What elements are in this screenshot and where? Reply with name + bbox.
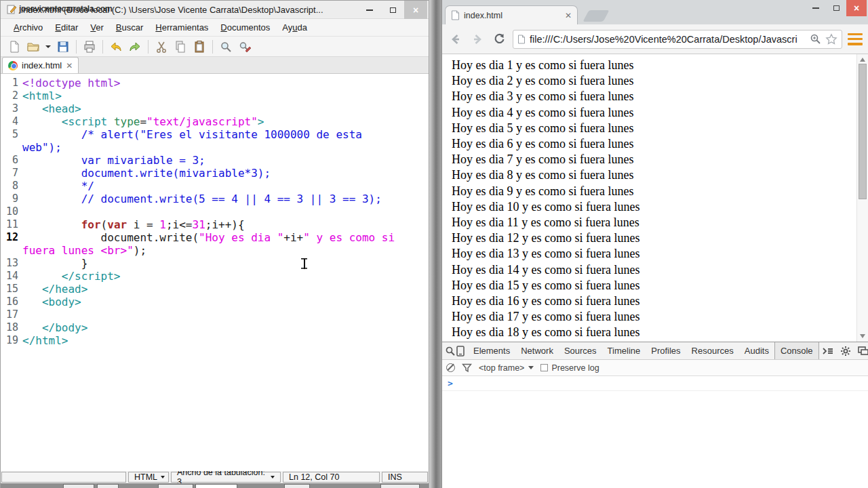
- forward-arrow-icon: [471, 33, 484, 46]
- scroll-up-arrow[interactable]: [860, 58, 865, 62]
- line-number: 14: [1, 270, 22, 283]
- menu-ver[interactable]: Ver: [84, 20, 110, 35]
- forward-button[interactable]: [469, 31, 486, 47]
- devtools-panel: ElementsNetworkSourcesTimelineProfilesRe…: [442, 342, 868, 488]
- new-tab-button[interactable]: [583, 10, 609, 22]
- browser-minimize-button[interactable]: [806, 0, 826, 16]
- editor-maximize-button[interactable]: [381, 1, 404, 19]
- browser-maximize-button[interactable]: [826, 0, 846, 16]
- line-number: 4: [1, 115, 22, 128]
- output-line: Hoy es dia 13 y es como si fuera lunes: [452, 246, 852, 262]
- status-message-panel: [1, 472, 126, 483]
- browser-tab-strip: index.html ✕ ×: [442, 0, 868, 24]
- line-number: 2: [1, 89, 22, 102]
- editor-titlebar[interactable]: index.html (Disco local (C:) \Users\Jose…: [1, 1, 429, 19]
- print-icon: [83, 40, 96, 54]
- url-text[interactable]: file:///C:/Users/Jose%20Vicente%20Carrat…: [530, 34, 806, 45]
- menu-documentos[interactable]: Documentos: [214, 20, 276, 35]
- filter-funnel-icon[interactable]: [462, 363, 472, 373]
- output-line: Hoy es dia 3 y es como si fuera lunes: [452, 89, 852, 104]
- search-icon: [219, 40, 233, 54]
- devtools-settings-button[interactable]: [837, 342, 854, 359]
- tab-close-icon[interactable]: ✕: [66, 62, 73, 70]
- back-button[interactable]: [448, 31, 464, 47]
- chrome-menu-button[interactable]: [848, 33, 863, 45]
- page-output: Hoy es dia 1 y es como si fuera lunesHoy…: [442, 54, 868, 341]
- scroll-thumb[interactable]: [859, 64, 867, 199]
- devtools-tab-audits[interactable]: Audits: [739, 342, 774, 359]
- console-drawer-button[interactable]: [819, 342, 837, 359]
- bookmark-star-icon[interactable]: [825, 33, 837, 45]
- open-file-dropdown[interactable]: [43, 38, 54, 56]
- scrollbar[interactable]: [856, 54, 868, 342]
- line-number: 16: [1, 296, 22, 308]
- devtools-tab-resources[interactable]: Resources: [686, 342, 739, 359]
- devtools-tab-profiles[interactable]: Profiles: [646, 342, 686, 359]
- dock-side-button[interactable]: [854, 342, 868, 359]
- preserve-log-checkbox[interactable]: [540, 364, 548, 371]
- output-line: Hoy es dia 7 y es como si fuera lunes: [452, 152, 852, 167]
- menu-editar[interactable]: Editar: [49, 20, 84, 35]
- menu-bar-icon: [848, 33, 863, 36]
- address-bar[interactable]: file:///C:/Users/Jose%20Vicente%20Carrat…: [513, 30, 842, 49]
- console-prompt-row[interactable]: >: [442, 376, 868, 391]
- editor-tab-index-html[interactable]: index.html ✕: [2, 57, 79, 73]
- code-line-17: 17: [1, 308, 429, 321]
- cut-scissors-icon: [155, 40, 168, 54]
- menu-ayuda[interactable]: Ayuda: [276, 20, 313, 35]
- editor-minimize-button[interactable]: [358, 1, 381, 19]
- menu-herramientas[interactable]: Herramientas: [149, 20, 214, 35]
- minimize-icon: [366, 9, 373, 11]
- devtools-tab-network[interactable]: Network: [515, 342, 559, 359]
- tab-close-icon[interactable]: ✕: [565, 12, 572, 20]
- line-number: 5: [1, 128, 22, 154]
- video-watermark: josevicentecarratala.com: [19, 4, 112, 14]
- devtools-tab-elements[interactable]: Elements: [468, 342, 515, 359]
- print-button[interactable]: [80, 38, 99, 56]
- editor-toolbar: [1, 37, 429, 57]
- scroll-down-arrow[interactable]: [860, 334, 865, 338]
- frame-selector[interactable]: <top frame>: [479, 363, 534, 373]
- code-line-1: 1<!doctype html>: [1, 77, 429, 89]
- menu-buscar[interactable]: Buscar: [110, 20, 149, 35]
- tab-width-selector[interactable]: Ancho de la tabulación: 3: [171, 472, 281, 483]
- code-line-6: 6 var mivariable = 3;: [1, 154, 429, 167]
- devtools-tab-sources[interactable]: Sources: [559, 342, 602, 359]
- cursor-position-indicator: Ln 12, Col 70: [283, 472, 380, 483]
- redo-button[interactable]: [125, 38, 144, 56]
- save-file-button[interactable]: [54, 38, 73, 56]
- devtools-tab-console[interactable]: Console: [774, 342, 819, 359]
- preserve-log-toggle[interactable]: Preserve log: [540, 363, 599, 373]
- copy-button[interactable]: [171, 38, 190, 56]
- dock-window-icon: [857, 346, 868, 356]
- undo-button[interactable]: [106, 38, 125, 56]
- new-file-button[interactable]: [5, 38, 24, 56]
- output-line: Hoy es dia 4 y es como si fuera lunes: [452, 105, 852, 121]
- console-output-area[interactable]: >: [442, 376, 868, 487]
- page-icon: [451, 10, 460, 20]
- output-line: Hoy es dia 2 y es como si fuera lunes: [452, 73, 852, 89]
- device-mode-button[interactable]: [456, 342, 465, 359]
- reload-button[interactable]: [491, 31, 507, 47]
- browser-viewport: Hoy es dia 1 y es como si fuera lunesHoy…: [442, 54, 868, 342]
- code-line-8: 8 */: [1, 180, 429, 192]
- find-replace-button[interactable]: [235, 38, 254, 56]
- menu-archivo[interactable]: Archivo: [7, 20, 49, 35]
- copy-icon: [174, 40, 187, 54]
- code-editor-area[interactable]: 1<!doctype html>2<html>3 <head>4 <script…: [1, 74, 429, 471]
- devtools-tab-timeline[interactable]: Timeline: [602, 342, 646, 359]
- language-selector[interactable]: HTML: [128, 472, 169, 483]
- zoom-icon[interactable]: [810, 33, 821, 45]
- code-line-2: 2<html>: [1, 89, 429, 102]
- editor-close-button[interactable]: ×: [404, 1, 427, 19]
- browser-close-button[interactable]: ×: [846, 0, 867, 16]
- editor-window: index.html (Disco local (C:) \Users\Jose…: [0, 0, 429, 488]
- paste-button[interactable]: [190, 38, 209, 56]
- find-button[interactable]: [216, 38, 235, 56]
- browser-tab-index-html[interactable]: index.html ✕: [445, 5, 578, 24]
- inspect-element-button[interactable]: [445, 342, 456, 359]
- open-file-button[interactable]: [24, 38, 43, 56]
- cut-button[interactable]: [152, 38, 171, 56]
- console-prompt-chevron: >: [448, 378, 453, 388]
- clear-console-icon[interactable]: [446, 363, 455, 372]
